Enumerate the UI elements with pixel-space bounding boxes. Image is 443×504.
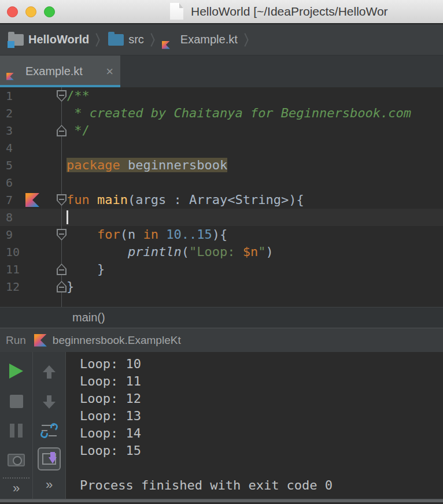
code-line[interactable]: 10 println("Loop: $n") (0, 243, 443, 261)
code-line[interactable]: 1/** (0, 87, 443, 105)
code-token: (n (120, 227, 143, 242)
chevron-right-icon (150, 33, 157, 47)
code-line[interactable]: 9 for(n in 10..15){ (0, 226, 443, 243)
window-title: HelloWorld [~/IdeaProjects/HelloWor (191, 5, 388, 18)
caret (67, 210, 68, 224)
console-line: Loop: 14 (80, 425, 443, 442)
fullscreen-window-button[interactable] (44, 6, 55, 17)
project-folder-icon (8, 34, 24, 46)
console-line (80, 459, 443, 477)
code-token: 10..15 (166, 227, 212, 242)
code-editor[interactable]: 1/**2 * created by Chaitanya for Beginne… (0, 87, 443, 307)
fold-marker-icon[interactable] (57, 281, 67, 292)
breadcrumb-project[interactable]: HelloWorld (8, 33, 89, 46)
breadcrumb-current-element[interactable]: main() (72, 311, 105, 324)
arrow-down-icon[interactable] (43, 395, 56, 409)
breadcrumb-src[interactable]: src (108, 33, 144, 46)
kotlin-icon (25, 193, 39, 207)
code-line[interactable]: 4 (0, 139, 443, 157)
code-token: */ (67, 123, 90, 138)
code-token: " (258, 244, 265, 259)
run-tab-label[interactable]: Run (6, 334, 26, 347)
line-number: 3 (6, 124, 13, 138)
navigation-bar: HelloWorld src Example.kt (0, 24, 443, 55)
fold-marker-icon[interactable] (57, 229, 67, 240)
breadcrumb-file[interactable]: Example.kt (163, 32, 238, 48)
play-icon[interactable] (9, 364, 23, 379)
soft-wrap-icon[interactable] (40, 423, 58, 438)
code-token: "Loop: (189, 244, 243, 259)
close-tab-icon[interactable]: × (105, 65, 115, 78)
code-token (67, 227, 97, 242)
folder-icon (108, 34, 124, 46)
code-line[interactable]: 3 */ (0, 122, 443, 139)
fold-marker-icon[interactable] (57, 125, 67, 136)
arrow-up-icon[interactable] (43, 365, 56, 379)
minimize-window-button[interactable] (25, 6, 36, 17)
code-text (67, 209, 68, 226)
code-token: (args : Array<String>){ (128, 192, 304, 207)
code-text: */ (67, 122, 90, 139)
run-configuration-name: beginnersbook.ExampleKt (53, 334, 181, 347)
chevron-right-icon (95, 33, 102, 47)
run-line-marker[interactable] (25, 193, 39, 207)
editor-tab-bar: Example.kt × (0, 55, 443, 87)
run-console[interactable]: Loop: 10Loop: 11Loop: 12Loop: 13Loop: 14… (66, 352, 443, 499)
code-token (158, 227, 166, 242)
code-line[interactable]: 2 * created by Chaitanya for Beginnersbo… (0, 105, 443, 122)
code-token: main (97, 192, 128, 207)
line-number: 4 (6, 141, 13, 155)
code-line[interactable]: 8 (0, 209, 443, 226)
code-text: * created by Chaitanya for Beginnersbook… (67, 105, 411, 122)
code-line[interactable]: 12} (0, 278, 443, 295)
line-number: 8 (6, 210, 13, 224)
line-number: 11 (6, 262, 20, 276)
scroll-to-end-icon[interactable] (38, 447, 61, 470)
line-number: 7 (6, 193, 13, 207)
kotlin-file-icon (8, 64, 19, 79)
code-text: /** (67, 87, 90, 105)
code-token: println (128, 244, 182, 259)
pause-icon[interactable] (10, 424, 23, 438)
code-token: $n (243, 244, 259, 259)
more-options-icon[interactable]: » (13, 481, 20, 496)
toolbar-separator (3, 477, 29, 479)
tab-example-kt[interactable]: Example.kt × (0, 55, 120, 87)
code-token: for (97, 227, 120, 242)
code-line[interactable]: 7fun main(args : Array<String>){ (0, 191, 443, 209)
code-line[interactable]: 6 (0, 174, 443, 191)
code-token: in (143, 227, 158, 242)
fold-marker-icon[interactable] (57, 90, 67, 102)
line-number: 10 (6, 245, 20, 259)
document-icon (170, 3, 183, 20)
more-options-icon[interactable]: » (46, 477, 53, 492)
fold-marker-icon[interactable] (57, 194, 67, 206)
console-line: Loop: 15 (80, 442, 443, 459)
code-token (120, 158, 128, 172)
code-token: fun (67, 192, 90, 207)
console-toolbar: » (33, 352, 66, 499)
line-number: 1 (6, 89, 13, 103)
code-text: package beginnersbook (67, 157, 227, 174)
kotlin-file-icon (163, 32, 176, 48)
close-window-button[interactable] (7, 6, 18, 17)
code-token: /** (67, 88, 90, 103)
line-number: 12 (6, 280, 20, 294)
code-token: ){ (212, 227, 228, 242)
code-line[interactable]: 5package beginnersbook (0, 157, 443, 174)
run-toolwindow-body: » » Loop: 10Loop: 11Loop: 12Loop: 13Loop… (0, 352, 443, 499)
camera-icon[interactable] (8, 454, 25, 466)
fold-marker-icon[interactable] (57, 264, 67, 275)
kotlin-icon (34, 334, 47, 347)
code-text: for(n in 10..15){ (67, 226, 227, 243)
code-token: beginnersbook (128, 158, 227, 172)
console-line: Loop: 13 (80, 407, 443, 425)
window-bottom-edge (0, 499, 443, 502)
code-token: ( (182, 244, 189, 259)
code-token: } (67, 262, 105, 276)
code-line[interactable]: 11 } (0, 261, 443, 278)
stop-icon[interactable] (10, 395, 23, 408)
code-token (67, 244, 128, 259)
code-token: * created by Chaitanya for Beginnersbook… (67, 106, 411, 120)
editor-breadcrumb-bar: main() (0, 307, 443, 328)
